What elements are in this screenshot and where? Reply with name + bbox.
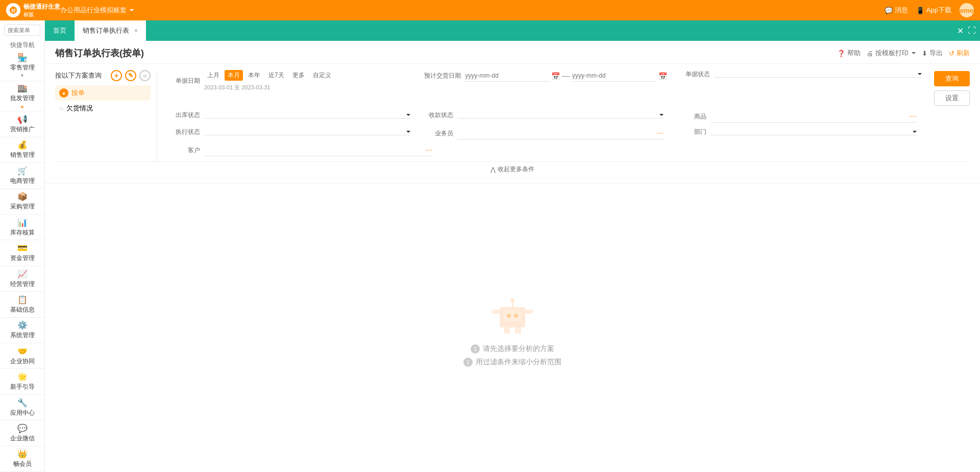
- collapse-bar[interactable]: ⋀ 收起更多条件: [55, 161, 970, 177]
- sidebar-item-wechat[interactable]: 💬 企业微信: [0, 420, 44, 446]
- sidebar-label-purchase: 采购管理: [10, 202, 35, 211]
- export-icon: ⬇: [922, 50, 927, 57]
- sidebar-item-finance[interactable]: 💳 资金管理: [0, 240, 44, 266]
- empty-hint-1: 1 请先选择要分析的方案: [471, 344, 554, 353]
- calendar-icon-1[interactable]: 📅: [551, 72, 560, 80]
- sidebar-label-ecommerce: 电商管理: [10, 177, 35, 185]
- sidebar-item-purchase[interactable]: 📦 采购管理: [0, 189, 44, 215]
- tab-bar: 首页 销售订单执行表 × ✕ ⛶: [45, 20, 980, 41]
- logo: 好 畅捷通好生意 标版: [6, 3, 60, 18]
- filter-cell-execstatus: 执行状态: [169, 128, 410, 136]
- execstatus-select[interactable]: [204, 129, 410, 135]
- sidebar-item-inventory[interactable]: 📊 库存核算: [0, 215, 44, 240]
- customer-label: 客户: [169, 146, 200, 155]
- outstatus-select[interactable]: [204, 112, 410, 119]
- edit-scheme-button[interactable]: ✎: [125, 70, 136, 81]
- search-input[interactable]: [4, 25, 40, 36]
- wholesale-arrow-icon: ▲: [20, 104, 24, 109]
- sidebar-label-inventory: 库存核算: [10, 228, 35, 237]
- sidebar-item-collaboration[interactable]: 🤝 企业协同: [0, 343, 44, 369]
- collapse-scheme-button[interactable]: «: [139, 70, 151, 81]
- topbar-center: 办公用品行业模拟账套: [60, 6, 885, 15]
- refresh-button[interactable]: ↺ 刷新: [949, 49, 970, 58]
- app-icon: 🔧: [17, 398, 28, 408]
- svg-rect-9: [515, 327, 521, 334]
- customer-input: ···: [204, 145, 432, 156]
- sidebar-item-retail[interactable]: 🏪 零售管理 ▼: [0, 51, 44, 81]
- sidebar-nav-header[interactable]: 快捷导航: [0, 38, 44, 51]
- status-select[interactable]: [714, 71, 922, 78]
- svg-rect-10: [492, 310, 500, 314]
- maximize-icon[interactable]: ⛶: [968, 26, 976, 35]
- search-button[interactable]: 查询: [934, 71, 970, 86]
- scheme-icon: ●: [62, 90, 65, 96]
- date-tab-7days[interactable]: 近7天: [265, 70, 287, 81]
- sidebar-label-wechat: 企业微信: [10, 434, 35, 443]
- sidebar-item-system[interactable]: ⚙️ 系统管理: [0, 318, 44, 343]
- scheme-item-shortage[interactable]: ○ 欠货情况: [55, 101, 151, 116]
- add-scheme-button[interactable]: +: [111, 70, 122, 81]
- app-download-button[interactable]: 📱 App下载: [916, 6, 951, 15]
- dept-select[interactable]: [710, 129, 917, 135]
- scroll-content: 1 请先选择要分析的方案 2 用过滤条件来缩小分析范围: [45, 183, 980, 472]
- filter-scheme-header: 按以下方案查询 + ✎ «: [55, 70, 151, 81]
- logo-subtitle: 标版: [23, 11, 60, 18]
- date-tab-thismonth[interactable]: 本月: [225, 70, 243, 81]
- date-tab-lastmonth[interactable]: 上月: [204, 70, 223, 81]
- dept-label: 部门: [676, 128, 706, 136]
- retail-icon: 🏪: [17, 53, 28, 62]
- sidebar-item-management[interactable]: 📈 经营管理: [0, 266, 44, 292]
- expected-date-label: 预计交货日期: [424, 72, 461, 80]
- calendar-icon-2[interactable]: 📅: [658, 72, 667, 80]
- tab-close-icon[interactable]: ×: [134, 27, 138, 34]
- date-tab-custom[interactable]: 自定义: [310, 70, 334, 81]
- print-icon: 🖨: [867, 50, 873, 57]
- svg-rect-8: [504, 327, 510, 334]
- tab-sales-order[interactable]: 销售订单执行表 ×: [75, 20, 146, 41]
- filter-row-1: 单据日期 上月 本月 本年 近7天 更多 自定义 20: [169, 70, 970, 106]
- sidebar: 快捷导航 🏪 零售管理 ▼ 🏬 批发管理 ▲ 📢 营销推广 💰 销售管理 🛒 电…: [0, 20, 45, 472]
- export-button[interactable]: ⬇ 导出: [922, 49, 943, 58]
- sidebar-item-guide[interactable]: 🌟 新手引导: [0, 369, 44, 394]
- sidebar-item-sales[interactable]: 💰 销售管理: [0, 137, 44, 163]
- date-tab-more[interactable]: 更多: [289, 70, 308, 81]
- sidebar-item-basic[interactable]: 📋 基础信息: [0, 292, 44, 317]
- filter-cell-outstatus: 出库状态: [169, 111, 410, 120]
- salesman-picker-icon[interactable]: ···: [657, 129, 664, 138]
- svg-rect-3: [504, 311, 521, 322]
- message-button[interactable]: 💬 消息: [885, 6, 908, 15]
- expected-date-from[interactable]: [465, 70, 549, 82]
- sidebar-item-appstore[interactable]: 🔧 应用中心: [0, 395, 44, 420]
- receiptstatus-select[interactable]: [457, 112, 664, 119]
- sidebar-search-container: [0, 20, 44, 38]
- sidebar-item-ecommerce[interactable]: 🛒 电商管理: [0, 163, 44, 188]
- help-button[interactable]: ❓ 帮助: [837, 49, 861, 58]
- hint-number-2: 2: [463, 358, 473, 367]
- settings-button[interactable]: 设置: [934, 90, 970, 106]
- date-separator: —: [562, 72, 570, 81]
- sidebar-item-marketing[interactable]: 📢 营销推广: [0, 111, 44, 137]
- filter-row-2: 出库状态 收款状态: [169, 111, 970, 123]
- content-area: 首页 销售订单执行表 × ✕ ⛶ 销售订单执行表(按单) ❓ 帮助 🖨: [45, 20, 980, 472]
- goods-picker-icon[interactable]: ···: [910, 112, 917, 121]
- filter-panel-inner: 按以下方案查询 + ✎ « ● 按单 ○: [55, 70, 970, 161]
- user-menu[interactable]: demo2: [960, 3, 974, 17]
- topbar-right: 💬 消息 📱 App下载 demo2: [885, 3, 974, 17]
- sidebar-item-wholesale[interactable]: 🏬 批发管理 ▲: [0, 81, 44, 112]
- scheme-active-dot: ●: [59, 88, 68, 98]
- member-icon: 👑: [17, 449, 28, 459]
- main-layout: 快捷导航 🏪 零售管理 ▼ 🏬 批发管理 ▲ 📢 营销推广 💰 销售管理 🛒 电…: [0, 20, 980, 472]
- date-tab-thisyear[interactable]: 本年: [245, 70, 263, 81]
- sidebar-label-collab: 企业协同: [10, 357, 35, 366]
- expected-date-to[interactable]: [572, 70, 656, 82]
- svg-point-5: [514, 314, 518, 318]
- account-dropdown[interactable]: 办公用品行业模拟账套: [60, 6, 134, 15]
- sidebar-item-member[interactable]: 👑 畅会员: [0, 446, 44, 472]
- svg-point-4: [507, 314, 511, 318]
- customer-picker-icon[interactable]: ···: [425, 146, 432, 155]
- print-button[interactable]: 🖨 按模板打印: [867, 49, 916, 58]
- tab-home[interactable]: 首页: [45, 20, 75, 41]
- scheme-item-order[interactable]: ● 按单: [55, 85, 151, 101]
- help-icon: ❓: [837, 50, 845, 57]
- close-window-icon[interactable]: ✕: [957, 26, 964, 36]
